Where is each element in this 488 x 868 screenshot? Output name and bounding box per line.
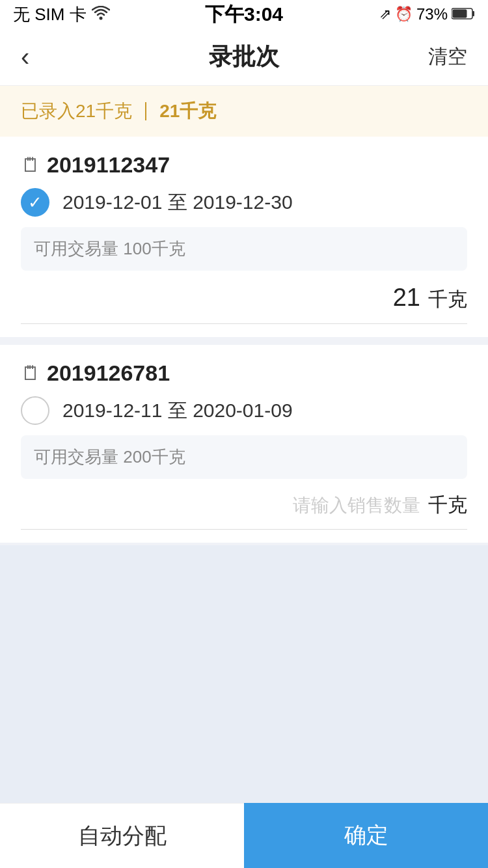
batch-1-available: 可用交易量 100千克 <box>21 227 467 271</box>
recorded-label: 已录入21千克 <box>21 99 132 124</box>
batch-2-available: 可用交易量 200千克 <box>21 435 467 479</box>
svg-rect-3 <box>453 10 467 18</box>
battery-icon <box>452 5 475 23</box>
clear-button[interactable]: 清空 <box>428 44 467 70</box>
quantity-input[interactable] <box>225 494 420 516</box>
back-button[interactable]: ‹ <box>21 42 60 72</box>
batch-1-unit: 千克 <box>428 286 467 313</box>
svg-rect-2 <box>472 11 474 16</box>
batch-2-id-row: 🗒 2019126781 <box>21 360 467 386</box>
sim-text: 无 SIM 卡 <box>13 3 87 26</box>
svg-point-0 <box>99 16 102 20</box>
nav-bar: ‹ 录批次 清空 <box>0 29 488 86</box>
batch-2-input-row[interactable]: 千克 <box>0 479 488 519</box>
batch-1-date: 2019-12-01 至 2019-12-30 <box>62 189 293 216</box>
recorded-amount: 21千克 <box>159 99 216 124</box>
batch-2-available-text: 可用交易量 200千克 <box>34 447 185 467</box>
batch-2-bottom-padding <box>0 530 488 543</box>
batch-2-content: 🗒 2019126781 2019-12-11 至 2020-01-09 可用交… <box>0 345 488 479</box>
batch-2-icon: 🗒 <box>21 362 40 385</box>
batch-1-available-text: 可用交易量 100千克 <box>34 239 185 258</box>
batch-2-date: 2019-12-11 至 2020-01-09 <box>62 398 293 424</box>
card-gap <box>0 340 488 345</box>
batch-card-1: 🗒 2019112347 ✓ 2019-12-01 至 2019-12-30 可… <box>0 137 488 337</box>
status-time: 下午3:04 <box>205 1 283 28</box>
page-title: 录批次 <box>209 41 279 73</box>
batch-1-date-row[interactable]: ✓ 2019-12-01 至 2019-12-30 <box>21 188 467 217</box>
batch-1-id-row: 🗒 2019112347 <box>21 152 467 178</box>
batch-1-id: 2019112347 <box>47 152 170 178</box>
batch-1-quantity: 21 <box>393 284 420 312</box>
status-bar: 无 SIM 卡 下午3:04 ⇗ ⏰ 73% <box>0 0 488 29</box>
batch-card-2: 🗒 2019126781 2019-12-11 至 2020-01-09 可用交… <box>0 345 488 543</box>
batch-2-id: 2019126781 <box>47 360 170 386</box>
batch-2-date-row[interactable]: 2019-12-11 至 2020-01-09 <box>21 396 467 425</box>
main-content: 🗒 2019112347 ✓ 2019-12-01 至 2019-12-30 可… <box>0 137 488 854</box>
bottom-bar: 自动分配 确定 <box>0 803 488 868</box>
alarm-icon: ⏰ <box>395 6 413 23</box>
batch-2-radio[interactable] <box>21 396 49 425</box>
batch-2-unit: 千克 <box>428 492 467 519</box>
confirm-button[interactable]: 确定 <box>244 803 488 868</box>
batch-1-bottom-padding <box>0 324 488 337</box>
status-right: ⇗ ⏰ 73% <box>379 5 475 23</box>
status-left: 无 SIM 卡 <box>13 3 110 26</box>
auto-distribute-button[interactable]: 自动分配 <box>0 803 244 868</box>
batch-1-icon: 🗒 <box>21 154 40 176</box>
info-divider <box>145 102 146 120</box>
battery-text: 73% <box>416 5 448 23</box>
location-icon: ⇗ <box>379 6 391 23</box>
batch-1-content: 🗒 2019112347 ✓ 2019-12-01 至 2019-12-30 可… <box>0 137 488 271</box>
info-banner: 已录入21千克 21千克 <box>0 86 488 137</box>
batch-1-quantity-row: 21 千克 <box>0 271 488 313</box>
wifi-icon <box>92 5 110 25</box>
batch-1-radio[interactable]: ✓ <box>21 188 49 217</box>
check-icon: ✓ <box>28 194 42 211</box>
